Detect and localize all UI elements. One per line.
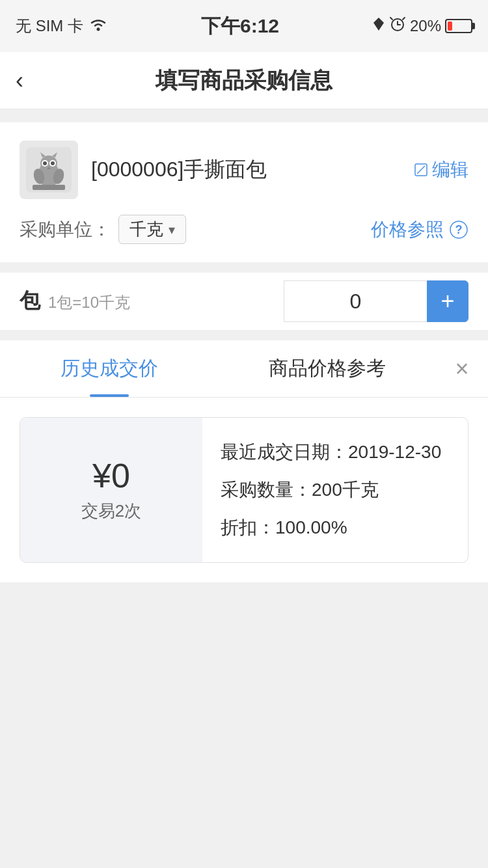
product-left: [0000006]手撕面包 bbox=[20, 141, 267, 199]
history-content: ¥0 交易2次 最近成交日期：2019-12-30 采购数量：200千克 折扣：… bbox=[0, 398, 488, 582]
back-button[interactable]: ‹ bbox=[16, 67, 23, 94]
nav-bar: ‹ 填写商品采购信息 bbox=[0, 52, 488, 109]
location-icon bbox=[372, 16, 385, 36]
tab-active-bar bbox=[90, 394, 129, 397]
quantity-row: 包 1包=10千克 + bbox=[0, 273, 488, 330]
unit-value: 千克 bbox=[129, 218, 163, 241]
recent-date-row: 最近成交日期：2019-12-30 bbox=[221, 439, 450, 466]
carrier-text: 无 SIM 卡 bbox=[16, 16, 83, 36]
history-card: ¥0 交易2次 最近成交日期：2019-12-30 采购数量：200千克 折扣：… bbox=[20, 417, 468, 563]
status-bar: 无 SIM 卡 下午6:12 20% bbox=[0, 0, 488, 52]
svg-text:?: ? bbox=[455, 223, 463, 236]
discount-label: 折扣： bbox=[221, 517, 275, 537]
price-value: 0 bbox=[111, 457, 130, 495]
quantity-unit: 包 bbox=[20, 287, 40, 316]
tab-product-price[interactable]: 商品价格参考 bbox=[218, 340, 436, 397]
trade-count: 交易2次 bbox=[81, 500, 141, 522]
history-card-left: ¥0 交易2次 bbox=[20, 418, 202, 562]
quantity-plus-button[interactable]: + bbox=[427, 280, 468, 322]
wifi-icon bbox=[88, 17, 108, 35]
discount-row: 折扣：100.00% bbox=[221, 514, 450, 541]
tabs-section: 历史成交价 商品价格参考 × ¥0 交易2次 最近成交日期：2019-12-30 bbox=[0, 340, 488, 582]
svg-point-11 bbox=[43, 161, 47, 165]
main-content bbox=[0, 582, 488, 868]
recent-date-value: 2019-12-30 bbox=[348, 442, 441, 462]
edit-label: 编辑 bbox=[432, 157, 468, 182]
alarm-icon bbox=[389, 16, 406, 36]
tabs-close-button[interactable]: × bbox=[436, 340, 488, 397]
quantity-input-group: + bbox=[284, 280, 468, 322]
quantity-label: 包 1包=10千克 bbox=[20, 287, 130, 316]
price-symbol: ¥ bbox=[92, 457, 111, 495]
status-carrier: 无 SIM 卡 bbox=[16, 16, 108, 36]
history-card-right: 最近成交日期：2019-12-30 采购数量：200千克 折扣：100.00% bbox=[202, 418, 468, 562]
product-thumbnail bbox=[20, 141, 78, 199]
tab-history-label: 历史成交价 bbox=[61, 355, 158, 382]
unit-label: 采购单位： bbox=[20, 217, 111, 242]
product-footer: 采购单位： 千克 ▾ 价格参照 ? bbox=[20, 215, 468, 244]
close-icon: × bbox=[455, 355, 468, 383]
purchase-qty-row: 采购数量：200千克 bbox=[221, 476, 450, 504]
svg-point-12 bbox=[51, 161, 55, 165]
battery-icon bbox=[445, 19, 472, 33]
svg-rect-16 bbox=[33, 185, 65, 190]
tab-product-label: 商品价格参考 bbox=[269, 355, 386, 382]
unit-row: 采购单位： 千克 ▾ bbox=[20, 215, 186, 244]
status-time: 下午6:12 bbox=[201, 13, 279, 40]
battery-percent-text: 20% bbox=[410, 17, 441, 35]
price-ref-label: 价格参照 bbox=[371, 217, 444, 242]
purchase-qty-label: 采购数量： bbox=[221, 480, 312, 500]
product-name: [0000006]手撕面包 bbox=[91, 156, 267, 184]
price-reference-link[interactable]: 价格参照 ? bbox=[371, 217, 468, 242]
chevron-down-icon: ▾ bbox=[169, 222, 175, 237]
status-right: 20% bbox=[372, 16, 472, 36]
history-price: ¥0 bbox=[92, 457, 130, 495]
product-card: [0000006]手撕面包 编辑 采购单位： 千克 ▾ 价格参照 ? bbox=[0, 122, 488, 262]
recent-date-label: 最近成交日期： bbox=[221, 442, 348, 462]
edit-button[interactable]: 编辑 bbox=[414, 157, 468, 182]
tab-history-price[interactable]: 历史成交价 bbox=[0, 340, 218, 397]
unit-select[interactable]: 千克 ▾ bbox=[118, 215, 186, 244]
tabs-header: 历史成交价 商品价格参考 × bbox=[0, 340, 488, 398]
svg-point-0 bbox=[97, 28, 100, 31]
product-header: [0000006]手撕面包 编辑 bbox=[20, 141, 468, 199]
quantity-conversion: 1包=10千克 bbox=[48, 292, 130, 313]
page-title: 填写商品采购信息 bbox=[156, 66, 332, 96]
quantity-input[interactable] bbox=[284, 280, 427, 322]
discount-value: 100.00% bbox=[275, 517, 347, 537]
edit-icon bbox=[414, 163, 428, 177]
help-circle-icon: ? bbox=[449, 220, 468, 239]
purchase-qty-value: 200千克 bbox=[312, 480, 379, 500]
product-logo bbox=[26, 147, 72, 193]
svg-line-18 bbox=[417, 166, 425, 174]
plus-icon: + bbox=[441, 290, 454, 313]
